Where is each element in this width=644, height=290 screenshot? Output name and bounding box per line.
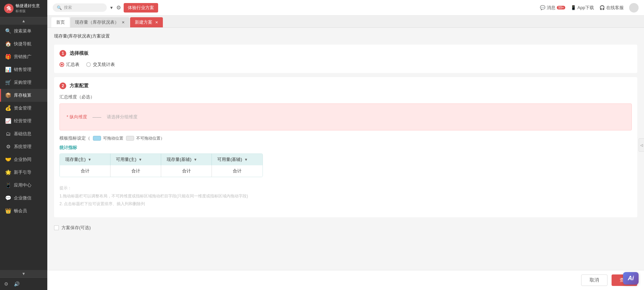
radio-summary-label: 汇总表 <box>66 62 79 68</box>
sidebar-item-search[interactable]: 🔍 搜索菜单 <box>0 25 47 38</box>
chat-icon: 💬 <box>5 195 11 201</box>
user-avatar[interactable] <box>629 3 639 13</box>
dim-dash: —— <box>93 115 101 120</box>
indicator-config: 模板指标设定（ 可拖动位置 不可拖动位置） 统计指标 现存量(主) <box>59 135 632 212</box>
sidebar-item-member[interactable]: 👑 畅会员 <box>0 204 47 217</box>
headset-icon: 🎧 <box>599 5 605 10</box>
sidebar-item-label: 新手引导 <box>14 169 31 175</box>
col4-chevron-icon: ▼ <box>244 158 248 162</box>
settings-icon[interactable]: ⚙ <box>4 281 8 287</box>
tab-home[interactable]: 首页 <box>51 17 70 27</box>
sidebar-item-sales[interactable]: 📊 销售管理 <box>0 63 47 76</box>
section2-title: 方案配置 <box>70 83 89 89</box>
mobile-icon: 📱 <box>5 182 11 188</box>
message-group[interactable]: 💬 消息 99+ <box>540 5 565 11</box>
sidebar-item-label: 营销推广 <box>14 54 31 60</box>
sidebar-item-business[interactable]: 📈 经营管理 <box>0 115 47 127</box>
radio-cross[interactable]: 交叉统计表 <box>86 62 115 68</box>
action-bar: 取消 查询 <box>47 270 644 290</box>
sidebar-scroll-up[interactable]: ▲ <box>0 17 47 25</box>
tabbar: 首页 现存量（库存状况表） ✕ 新建方案 ✕ <box>47 16 644 28</box>
app-download-label: App下载 <box>577 5 594 11</box>
gear-icon: ⚙ <box>5 144 11 150</box>
sidebar-item-label: 采购管理 <box>14 79 31 86</box>
industry-btn[interactable]: 体验行业方案 <box>124 3 158 13</box>
tab-new-scheme[interactable]: 新建方案 ✕ <box>130 17 163 27</box>
sidebar-item-wechat[interactable]: 💬 企业微信 <box>0 192 47 204</box>
indicator-col-1[interactable]: 现存量(主) ▼ <box>60 154 110 165</box>
cell-1: 合计 <box>60 165 110 177</box>
tab-inventory[interactable]: 现存量（库存状况表） ✕ <box>70 17 129 27</box>
handshake-icon: 🤝 <box>5 156 11 163</box>
expand-button[interactable]: ◁ <box>639 138 644 152</box>
app-download-group[interactable]: 📱 App下载 <box>571 5 594 11</box>
col3-label: 现存量(基辅) <box>167 156 192 163</box>
sidebar-item-label: 系统管理 <box>14 144 31 150</box>
sidebar: 兔 畅捷通好生意 标准版 ▲ 🔍 搜索菜单 🏠 快捷导航 🎁 营销推广 📊 销售… <box>0 0 47 290</box>
sidebar-item-marketing[interactable]: 🎁 营销推广 <box>0 50 47 63</box>
template-options: 汇总表 交叉统计表 <box>59 62 632 68</box>
sidebar-item-guide[interactable]: 🌟 新手引导 <box>0 166 47 179</box>
radio-summary[interactable]: 汇总表 <box>59 62 79 68</box>
topbar-dropdown[interactable]: ▼ <box>109 5 114 10</box>
tab-inventory-close[interactable]: ✕ <box>122 20 125 25</box>
col1-chevron-icon: ▼ <box>88 158 92 162</box>
money-icon: 💰 <box>5 105 11 111</box>
sidebar-scroll-down[interactable]: ▼ <box>0 270 47 277</box>
col1-label: 现存量(主) <box>65 156 86 163</box>
sidebar-item-label: 销售管理 <box>14 67 31 73</box>
indicator-header-row: 现存量(主) ▼ 可用量(主) ▼ 现存量(基辅) ▼ 可用量(基辅) <box>60 154 263 165</box>
topbar-search-bar[interactable]: 🔍 搜索 <box>53 3 107 12</box>
sidebar-search-label: 搜索菜单 <box>14 28 31 34</box>
sidebar-item-basic[interactable]: 🗂 基础信息 <box>0 127 47 140</box>
cell-4: 合计 <box>212 165 263 177</box>
dim-required-mark: * 纵向维度 <box>67 114 87 120</box>
sidebar-item-finance[interactable]: 💰 资金管理 <box>0 102 47 115</box>
search-icon: 🔍 <box>57 5 62 10</box>
topbar: 🔍 搜索 ▼ ⚙ 体验行业方案 💬 消息 99+ 📱 App下载 🎧 在线客服 <box>47 0 644 16</box>
indicator-body-row: 合计 合计 合计 合计 <box>60 165 263 177</box>
tab-new-scheme-close[interactable]: ✕ <box>155 20 158 25</box>
sidebar-item-coop[interactable]: 🤝 企业协同 <box>0 153 47 166</box>
volume-icon[interactable]: 🔊 <box>14 281 20 287</box>
expand-icon: ◁ <box>640 143 643 147</box>
sidebar-item-label: 资金管理 <box>14 105 31 111</box>
tip-2: 2. 点击标题栏下拉可设置排序、插入列和删除列 <box>59 201 632 207</box>
tab-home-label: 首页 <box>56 19 65 25</box>
radio-cross-circle <box>86 62 91 67</box>
tips-title: 提示： <box>59 185 632 191</box>
section2-header: 2 方案配置 <box>59 82 632 89</box>
sidebar-logo: 兔 畅捷通好生意 标准版 <box>0 0 47 17</box>
cancel-button[interactable]: 取消 <box>581 274 608 286</box>
chart-icon: 📊 <box>5 67 11 73</box>
save-option: 方案保存(可选) <box>54 221 637 233</box>
online-service-group[interactable]: 🎧 在线客服 <box>599 5 624 11</box>
save-checkbox[interactable] <box>54 225 59 230</box>
dim-row-label: 纵向维度 <box>70 114 87 119</box>
sidebar-item-quicknav[interactable]: 🏠 快捷导航 <box>0 38 47 50</box>
tab-inventory-label: 现存量（库存状况表） <box>75 19 119 25</box>
sidebar-item-system[interactable]: ⚙ 系统管理 <box>0 140 47 153</box>
topbar-gear-icon[interactable]: ⚙ <box>116 4 121 11</box>
radio-cross-label: 交叉统计表 <box>93 62 115 68</box>
statistics-title: 统计指标 <box>59 145 632 151</box>
trending-icon: 📈 <box>5 118 11 124</box>
ai-badge[interactable]: Ai <box>623 272 639 285</box>
sidebar-item-appstore[interactable]: 📱 应用中心 <box>0 179 47 192</box>
dim-placeholder: 请选择分组维度 <box>107 114 138 120</box>
draggable-legend-label: 可拖动位置 <box>103 136 123 141</box>
indicator-col-3[interactable]: 现存量(基辅) ▼ <box>161 154 212 165</box>
tab-new-scheme-label: 新建方案 <box>135 19 152 25</box>
chevron-down-icon: ▼ <box>109 5 114 10</box>
indicator-col-2[interactable]: 可用量(主) ▼ <box>110 154 161 165</box>
col3-chevron-icon: ▼ <box>194 158 197 162</box>
indicator-col-4[interactable]: 可用量(基辅) ▼ <box>212 154 263 165</box>
app-name: 畅捷通好生意 <box>16 3 40 9</box>
dim-label: 汇总维度（必选） <box>59 94 632 100</box>
sidebar-item-purchase[interactable]: 🛒 采购管理 <box>0 76 47 89</box>
tips-section: 提示： 1.拖动标题栏可以调整布局，不可跨维度或指标区域拖动栏目字段(只能在同一… <box>59 182 632 212</box>
message-icon: 💬 <box>540 5 545 10</box>
sidebar-item-inventory[interactable]: 📦 库存核算 <box>0 89 47 102</box>
crown-icon: 👑 <box>5 208 11 214</box>
dim-box[interactable]: * 纵向维度 —— 请选择分组维度 <box>59 103 632 130</box>
